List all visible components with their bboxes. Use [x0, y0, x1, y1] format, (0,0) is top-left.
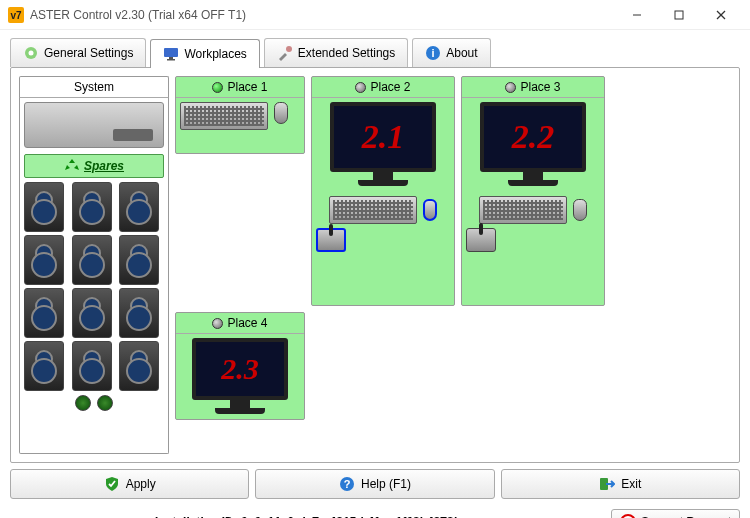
footer: Installation ID: 6a6e11c0-dc7e-4815-b4fc…	[0, 505, 750, 518]
status-dot-off-icon	[212, 318, 223, 329]
speaker-device-icon[interactable]	[119, 235, 159, 285]
app-icon: v7	[8, 7, 24, 23]
svg-text:v7: v7	[10, 10, 22, 21]
place-4-panel[interactable]: Place 4 2.3	[175, 312, 305, 420]
microphone-device-icon[interactable]	[97, 395, 113, 411]
svg-rect-10	[167, 59, 175, 61]
tab-general-settings[interactable]: General Settings	[10, 38, 146, 67]
svg-point-11	[286, 46, 292, 52]
tab-label: General Settings	[44, 46, 133, 60]
speaker-device-icon[interactable]	[24, 235, 64, 285]
support-request-button[interactable]: SOS Support Request	[611, 509, 740, 518]
button-row: Apply ? Help (F1) Exit	[0, 463, 750, 505]
tab-bar: General Settings Workplaces Extended Set…	[0, 30, 750, 67]
recycle-icon	[64, 158, 80, 174]
system-column: System Spares	[19, 76, 169, 454]
monitor-device-icon[interactable]: 2.2	[480, 102, 586, 192]
shield-check-icon	[104, 476, 120, 492]
pc-unit-icon[interactable]	[24, 102, 164, 148]
tab-label: About	[446, 46, 477, 60]
help-icon: ?	[339, 476, 355, 492]
joystick-device-icon[interactable]	[316, 228, 346, 252]
speaker-device-icon[interactable]	[72, 341, 112, 391]
keyboard-device-icon[interactable]	[479, 196, 567, 224]
svg-rect-8	[164, 48, 178, 57]
speaker-device-icon[interactable]	[24, 182, 64, 232]
speaker-device-icon[interactable]	[119, 341, 159, 391]
exit-button[interactable]: Exit	[501, 469, 740, 499]
status-dot-off-icon	[505, 82, 516, 93]
tools-icon	[277, 45, 293, 61]
place-1-header: Place 1	[176, 77, 304, 98]
monitor-device-icon[interactable]: 2.1	[330, 102, 436, 192]
place-2-panel[interactable]: Place 2 2.1	[311, 76, 455, 306]
speaker-device-icon[interactable]	[119, 288, 159, 338]
status-dot-off-icon	[355, 82, 366, 93]
apply-button[interactable]: Apply	[10, 469, 249, 499]
window-title: ASTER Control v2.30 (Trial x64 OFF T1)	[30, 8, 616, 22]
keyboard-device-icon[interactable]	[180, 102, 268, 130]
place-3-header: Place 3	[462, 77, 604, 98]
tab-workplaces[interactable]: Workplaces	[150, 39, 259, 68]
close-button[interactable]	[700, 1, 742, 29]
exit-icon	[599, 476, 615, 492]
place-4-header: Place 4	[176, 313, 304, 334]
place-3-panel[interactable]: Place 3 2.2	[461, 76, 605, 306]
sos-icon: SOS	[620, 514, 636, 518]
mouse-device-icon[interactable]	[573, 199, 587, 221]
svg-rect-9	[169, 57, 173, 59]
keyboard-device-icon[interactable]	[329, 196, 417, 224]
speaker-device-icon[interactable]	[119, 182, 159, 232]
help-button[interactable]: ? Help (F1)	[255, 469, 494, 499]
info-icon: i	[425, 45, 441, 61]
maximize-button[interactable]	[658, 1, 700, 29]
tab-about[interactable]: i About	[412, 38, 490, 67]
gear-icon	[23, 45, 39, 61]
speaker-device-icon[interactable]	[72, 182, 112, 232]
spares-button[interactable]: Spares	[24, 154, 164, 178]
monitor-icon	[163, 46, 179, 62]
speaker-device-icon[interactable]	[24, 288, 64, 338]
mouse-device-icon[interactable]	[274, 102, 288, 124]
svg-point-7	[29, 51, 34, 56]
tab-label: Workplaces	[184, 47, 246, 61]
place-2-header: Place 2	[312, 77, 454, 98]
tab-label: Extended Settings	[298, 46, 395, 60]
titlebar: v7 ASTER Control v2.30 (Trial x64 OFF T1…	[0, 0, 750, 30]
speaker-device-icon[interactable]	[72, 288, 112, 338]
spares-grid	[24, 182, 164, 391]
place-1-panel[interactable]: Place 1	[175, 76, 305, 154]
speaker-device-icon[interactable]	[24, 341, 64, 391]
monitor-device-icon[interactable]: 2.3	[192, 338, 288, 418]
microphone-device-icon[interactable]	[75, 395, 91, 411]
joystick-device-icon[interactable]	[466, 228, 496, 252]
status-dot-on-icon	[212, 82, 223, 93]
tab-extended-settings[interactable]: Extended Settings	[264, 38, 408, 67]
workplaces-area: System Spares	[10, 67, 740, 463]
minimize-button[interactable]	[616, 1, 658, 29]
speaker-device-icon[interactable]	[72, 235, 112, 285]
system-body: Spares	[19, 98, 169, 454]
mouse-device-icon[interactable]	[423, 199, 437, 221]
svg-rect-3	[675, 11, 683, 19]
system-header: System	[19, 76, 169, 98]
svg-text:?: ?	[344, 478, 351, 490]
svg-text:i: i	[432, 47, 435, 59]
